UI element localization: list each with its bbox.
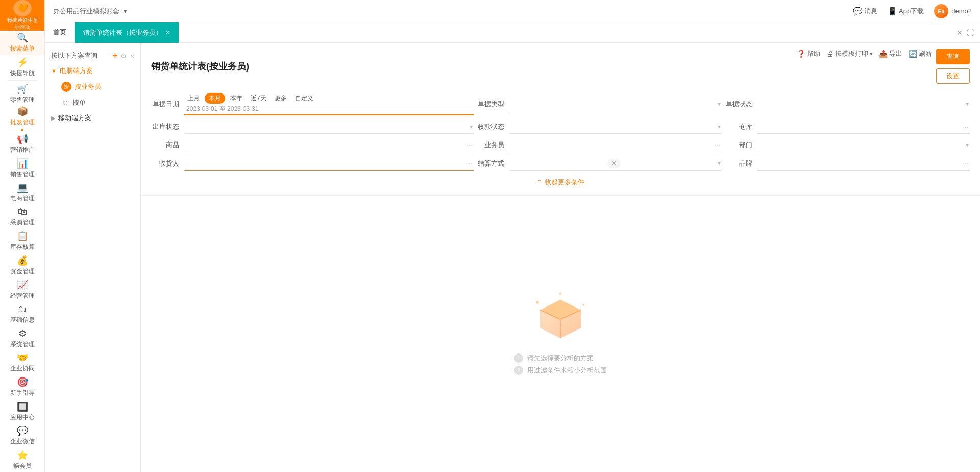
msg-btn[interactable]: 💬 消息	[853, 7, 877, 16]
page-title: 销货单统计表(按业务员)	[151, 60, 249, 73]
sidebar-item-sales[interactable]: 📊 销售管理	[0, 156, 45, 180]
step-1-text: 请先选择要分析的方案	[527, 353, 594, 363]
tree-item-mobile[interactable]: ▶ 移动端方案	[45, 110, 140, 126]
sidebar-item-inventory[interactable]: 📋 库存核算	[0, 229, 45, 253]
avatar: Ea	[934, 4, 948, 18]
dept-filter-col: 部门 ▾	[722, 138, 970, 152]
wholesale-icon: 📦	[17, 106, 28, 117]
system-icon: ⚙	[18, 328, 27, 339]
tab-home[interactable]: 首页	[45, 22, 75, 43]
goods-input[interactable]: ···	[184, 138, 474, 152]
header-right: 💬 消息 📱 App下载 Ea demo2	[853, 4, 972, 18]
sidebar-item-finance[interactable]: 💰 资金管理	[0, 253, 45, 278]
doctype-select[interactable]: ▾	[509, 97, 722, 111]
sidebar-item-retail[interactable]: 🛒 零售管理	[0, 82, 45, 106]
brand-filter-col: 品牌 ···	[722, 156, 970, 171]
date-btn-custom[interactable]: 自定义	[292, 93, 316, 103]
export-btn[interactable]: 📤 导出	[879, 49, 902, 58]
filter-row-1: 单据日期 上月 本月 本年 近7天 更多 自定义 2023-03-01 至 20…	[151, 93, 970, 115]
sidebar-item-basic[interactable]: 🗂 基础信息	[0, 302, 45, 326]
date-btn-thisyear[interactable]: 本年	[227, 93, 246, 103]
sub-label-byorder: 按单	[72, 98, 86, 107]
date-btn-thismonth[interactable]: 本月	[205, 93, 225, 104]
date-btn-7days[interactable]: 近7天	[248, 93, 270, 103]
sidebar-item-wholesale[interactable]: 📦 批发管理 ▲	[0, 106, 45, 132]
tree-subitem-byyp[interactable]: 按 按业务员	[45, 79, 140, 95]
paystatus-filter-col: 收款状态 ▾	[474, 120, 722, 134]
docstatus-select[interactable]: ▾	[757, 97, 970, 111]
user-menu[interactable]: Ea demo2	[934, 4, 972, 18]
basic-icon: 🗂	[18, 304, 27, 315]
export-label: 导出	[889, 49, 902, 58]
receiver-input[interactable]: ···	[184, 156, 474, 171]
collapse-btn[interactable]: ⌃ 收起更多条件	[151, 175, 970, 190]
add-scheme-btn[interactable]: +	[113, 51, 117, 60]
salesperson-more-icon[interactable]: ···	[715, 141, 721, 149]
date-btn-lastmonth[interactable]: 上月	[184, 93, 203, 103]
settle-label: 结算方式	[474, 159, 509, 168]
msg-label: 消息	[864, 7, 877, 16]
print-btn[interactable]: 🖨 按模板打印 ▾	[826, 49, 873, 58]
sidebar-item-vip[interactable]: ⭐ 畅会员	[0, 447, 45, 472]
tree-subitem-byorder[interactable]: ⬡ 按单	[45, 95, 140, 110]
sidebar-item-apps[interactable]: 🔲 应用中心	[0, 399, 45, 423]
date-btn-more[interactable]: 更多	[272, 93, 290, 103]
brand-input[interactable]: ···	[757, 156, 970, 171]
goods-more-icon[interactable]: ···	[467, 141, 473, 149]
sidebar-item-label: 应用中心	[10, 413, 35, 422]
empty-illustration-svg	[530, 290, 591, 341]
doctype-filter-col: 单据类型 ▾	[474, 97, 722, 111]
salesperson-input[interactable]: ···	[509, 138, 722, 152]
username: demo2	[951, 7, 972, 15]
tab-close-btn[interactable]: ✕	[165, 29, 170, 36]
refresh-btn[interactable]: 🔄 刷新	[909, 49, 932, 58]
dept-select[interactable]: ▾	[757, 138, 970, 152]
date-filter-col: 单据日期 上月 本月 本年 近7天 更多 自定义 2023-03-01 至 20…	[151, 93, 474, 115]
warehouse-more-icon[interactable]: ···	[963, 123, 969, 131]
right-content: 销货单统计表(按业务员) ❓ 帮助 🖨 按模板打印 ▾ 📤	[141, 43, 980, 472]
sidebar-item-purchase[interactable]: 🛍 采购管理	[0, 205, 45, 229]
sidebar-item-operations[interactable]: 📈 经营管理	[0, 277, 45, 302]
sidebar-item-quicknav[interactable]: ⚡ 快捷导航	[0, 55, 45, 80]
settle-clear-tag: ✕	[607, 159, 621, 168]
settle-select[interactable]: ✕ ▾	[509, 156, 722, 171]
tree-item-desktop[interactable]: ▼ 电脑端方案	[45, 63, 140, 79]
tree-arrow-mobile: ▶	[51, 115, 55, 122]
close-window-icon[interactable]: ✕	[957, 29, 963, 37]
sidebar-item-search[interactable]: 🔍 搜索菜单	[0, 31, 45, 55]
tree-label-desktop: 电脑端方案	[60, 66, 93, 76]
retail-icon: 🛒	[17, 83, 28, 95]
sidebar-item-system[interactable]: ⚙ 系统管理	[0, 326, 45, 350]
warehouse-filter-col: 仓库 ···	[722, 120, 970, 134]
query-btn-group: 查询 设置	[936, 49, 970, 84]
maximize-icon[interactable]: ⛶	[967, 29, 974, 37]
sidebar-item-label: 搜索菜单	[10, 44, 35, 53]
collapse-panel-btn[interactable]: «	[130, 52, 134, 60]
tree-label-mobile: 移动端方案	[58, 113, 91, 123]
setting-button[interactable]: 设置	[936, 68, 970, 84]
sidebar-item-marketing[interactable]: 📢 营销推广	[0, 132, 45, 156]
sidebar-item-newuser[interactable]: 🎯 新手引导	[0, 375, 45, 399]
paystatus-select[interactable]: ▾	[509, 120, 722, 134]
left-panel: 按以下方案查询 + ⚙ « ▼ 电脑端方案 按 按业务员 ⬡ 按单	[45, 43, 141, 472]
brand-more-icon[interactable]: ···	[963, 159, 969, 168]
app-download-btn[interactable]: 📱 App下载	[888, 7, 924, 16]
date-filter-wrapper: 上月 本月 本年 近7天 更多 自定义 2023-03-01 至 2023-03…	[184, 93, 474, 115]
sidebar-item-label: 采购管理	[10, 218, 35, 227]
tab-report[interactable]: 销货单统计表（按业务员） ✕	[75, 22, 179, 43]
clear-x-btn[interactable]: ✕	[611, 160, 617, 167]
query-button[interactable]: 查询	[936, 49, 970, 64]
svg-point-3	[536, 301, 539, 304]
tab-maximize-area: ✕ ⛶	[957, 29, 980, 37]
sidebar-item-ecommerce[interactable]: 💻 电商管理	[0, 180, 45, 205]
shipstatus-select[interactable]: ▾	[184, 120, 474, 134]
search-icon: 🔍	[17, 32, 28, 43]
scheme-settings-btn[interactable]: ⚙	[120, 52, 127, 60]
sidebar-item-wecom[interactable]: 💬 企业微信	[0, 423, 45, 448]
warehouse-input[interactable]: ···	[757, 120, 970, 134]
receiver-more-icon[interactable]: ···	[467, 159, 473, 168]
help-btn[interactable]: ❓ 帮助	[797, 49, 820, 58]
sidebar-item-enterprise[interactable]: 🤝 企业协同	[0, 350, 45, 375]
byorder-icon: ⬡	[61, 99, 69, 107]
sidebar-item-label: 批发管理	[10, 118, 35, 127]
